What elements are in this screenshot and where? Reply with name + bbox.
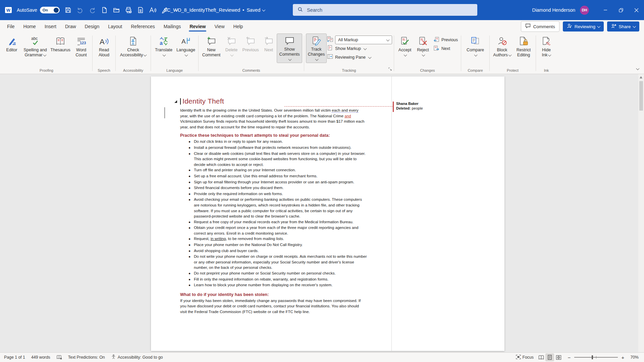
language-button[interactable]: A Language bbox=[175, 34, 197, 63]
group-divider bbox=[198, 36, 199, 71]
group-label-comments: Comments bbox=[200, 68, 302, 74]
delete-comment-button[interactable]: Delete bbox=[223, 34, 240, 63]
page-indicator[interactable]: Page 1 of 1 bbox=[0, 353, 28, 362]
thesaurus-button[interactable]: Thesaurus bbox=[49, 34, 71, 63]
save-icon[interactable] bbox=[64, 6, 72, 14]
autosave-control[interactable]: AutoSave On bbox=[17, 7, 60, 13]
tab-references[interactable]: References bbox=[126, 21, 159, 32]
zoom-slider[interactable] bbox=[574, 357, 618, 358]
autosave-toggle[interactable]: On bbox=[40, 7, 60, 13]
web-layout-view-button[interactable] bbox=[554, 353, 563, 361]
document-page[interactable]: Shana Baker Deleted: people Identity The… bbox=[151, 76, 504, 351]
word-app-icon[interactable]: W bbox=[5, 6, 12, 14]
show-comments-button[interactable]: Show Comments bbox=[277, 34, 302, 63]
focus-mode-button[interactable]: Focus bbox=[513, 353, 537, 362]
vertical-scrollbar[interactable] bbox=[638, 74, 644, 353]
user-name[interactable]: Diamond Henderson bbox=[532, 7, 575, 13]
next-change-button[interactable]: Next bbox=[432, 45, 459, 52]
heading-collapse-icon[interactable] bbox=[174, 100, 177, 103]
reject-change-button[interactable]: Reject bbox=[414, 34, 432, 63]
editor-button[interactable]: Editor bbox=[2, 34, 21, 63]
next-comment-icon bbox=[264, 36, 274, 47]
word-count-status[interactable]: 449 words bbox=[28, 353, 53, 362]
print-icon[interactable] bbox=[125, 6, 132, 14]
accessibility-status[interactable]: Accessibility: Good to go bbox=[108, 353, 166, 362]
zoom-level[interactable]: 70% bbox=[625, 355, 644, 360]
tab-help[interactable]: Help bbox=[229, 21, 248, 32]
ribbon-group-protect: Block Authors Restrict Editing Protect bbox=[490, 33, 535, 74]
zoom-out-button[interactable]: − bbox=[567, 355, 572, 360]
tab-home[interactable]: Home bbox=[19, 21, 40, 32]
collapse-ribbon-chevron-icon[interactable] bbox=[637, 65, 639, 71]
group-divider bbox=[92, 36, 93, 71]
tab-file[interactable]: File bbox=[3, 21, 19, 32]
document-canvas: Shana Baker Deleted: people Identity The… bbox=[0, 74, 644, 353]
previous-comment-icon bbox=[246, 36, 256, 47]
avatar[interactable]: DH bbox=[580, 6, 589, 15]
reviewing-button[interactable]: Reviewing bbox=[563, 21, 604, 32]
open-folder-icon[interactable] bbox=[113, 6, 120, 14]
minimize-button[interactable] bbox=[598, 0, 613, 20]
show-markup-button[interactable]: Show Markup bbox=[327, 44, 392, 53]
document-title[interactable]: SC_WD_8_IdentityTheft_Reviewed • Saved bbox=[164, 0, 265, 20]
next-comment-button[interactable]: Next bbox=[261, 34, 276, 63]
new-comment-button[interactable]: New Comment bbox=[200, 34, 222, 63]
translate-button[interactable]: a Translate bbox=[153, 34, 175, 63]
zoom-slider-thumb[interactable] bbox=[592, 355, 593, 359]
tab-review[interactable]: Review bbox=[185, 21, 210, 32]
previous-change-icon bbox=[433, 37, 439, 43]
group-label-tracking: Tracking bbox=[306, 68, 392, 74]
comments-button[interactable]: Comments bbox=[521, 21, 559, 32]
group-label-accessibility: Accessibility bbox=[117, 68, 149, 74]
scrollbar-thumb[interactable] bbox=[639, 81, 643, 111]
reviewing-pane-button[interactable]: Reviewing Pane bbox=[327, 53, 392, 61]
track-changes-button[interactable]: Track Changes bbox=[306, 34, 327, 63]
tab-view[interactable]: View bbox=[210, 21, 229, 32]
text-predictions-status[interactable]: Text Predictions: On bbox=[65, 353, 108, 362]
check-accessibility-button[interactable]: Check Accessibility bbox=[117, 34, 149, 63]
tab-mailings[interactable]: Mailings bbox=[159, 21, 185, 32]
proofing-errors-icon[interactable] bbox=[53, 353, 65, 362]
previous-comment-button[interactable]: Previous bbox=[240, 34, 261, 63]
read-mode-view-button[interactable] bbox=[537, 353, 545, 361]
restrict-editing-button[interactable]: Restrict Editing bbox=[513, 34, 534, 63]
markup-dropdown[interactable]: All Markup bbox=[335, 36, 392, 44]
tab-draw[interactable]: Draw bbox=[61, 21, 80, 32]
print-layout-view-button[interactable] bbox=[545, 353, 554, 361]
tab-layout[interactable]: Layout bbox=[104, 21, 126, 32]
read-aloud-button[interactable]: A Read Aloud bbox=[94, 34, 114, 63]
word-count-button[interactable]: 123 Word Count bbox=[72, 34, 91, 63]
revision-balloon[interactable]: Shana Baker Deleted: people bbox=[393, 102, 423, 112]
compare-button[interactable]: Compare bbox=[463, 34, 488, 63]
svg-text:A: A bbox=[181, 38, 186, 45]
hide-ink-button[interactable]: Hide Ink bbox=[538, 34, 555, 63]
bullet-item: ●Sign up for email filtering through you… bbox=[180, 179, 368, 185]
chevron-down-icon bbox=[597, 24, 600, 27]
scroll-up-icon[interactable] bbox=[640, 76, 642, 78]
tracking-dialog-launcher-icon[interactable] bbox=[388, 66, 392, 72]
undo-icon[interactable] bbox=[76, 6, 84, 14]
ribbon-group-ink: Hide Ink Ink bbox=[537, 33, 556, 74]
close-button[interactable] bbox=[629, 0, 644, 20]
bullet-text: Turn off file and printer sharing on you… bbox=[194, 167, 368, 173]
bullet-text: Clear or disable web cookies (small text… bbox=[194, 151, 368, 168]
previous-change-button[interactable]: Previous bbox=[432, 36, 459, 44]
tab-design[interactable]: Design bbox=[80, 21, 104, 32]
search-input[interactable] bbox=[306, 7, 448, 13]
accept-change-button[interactable]: Accept bbox=[396, 34, 414, 63]
tab-insert[interactable]: Insert bbox=[40, 21, 61, 32]
search-bar[interactable] bbox=[293, 4, 477, 16]
share-button[interactable]: Share bbox=[607, 21, 639, 32]
bullet-text: Fill in only the required information on… bbox=[194, 277, 368, 283]
bullet-item: ●Avoid shopping club and buyer cards. bbox=[180, 248, 368, 254]
read-aloud-icon[interactable] bbox=[149, 6, 156, 14]
new-document-icon[interactable] bbox=[101, 6, 108, 14]
block-authors-button[interactable]: Block Authors bbox=[491, 34, 513, 63]
spelling-grammar-button[interactable]: abc Spelling and Grammar bbox=[21, 34, 49, 63]
redo-icon[interactable] bbox=[89, 6, 96, 14]
revision-author: Shana Baker bbox=[396, 102, 423, 106]
show-comments-icon bbox=[284, 36, 294, 46]
print-preview-icon[interactable] bbox=[137, 6, 144, 14]
restore-button[interactable] bbox=[613, 0, 629, 20]
zoom-in-button[interactable]: + bbox=[621, 355, 625, 360]
